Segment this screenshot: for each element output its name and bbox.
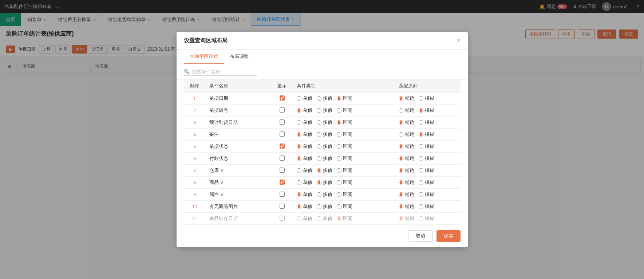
match-radio-fuzzy[interactable]: 模糊: [419, 143, 434, 150]
radio-range[interactable]: 区间: [337, 107, 352, 114]
radio-input-multi[interactable]: [317, 192, 321, 197]
match-radio-input-exact[interactable]: [399, 132, 403, 137]
match-radio-input-fuzzy[interactable]: [419, 192, 423, 197]
match-radio-input-fuzzy[interactable]: [419, 108, 423, 113]
radio-single[interactable]: 单值: [297, 167, 312, 174]
radio-input-range[interactable]: [337, 216, 341, 221]
match-radio-input-fuzzy[interactable]: [419, 180, 423, 185]
match-radio-fuzzy[interactable]: 模糊: [419, 107, 434, 114]
row-display-cell[interactable]: [271, 177, 293, 189]
match-radio-input-exact[interactable]: [399, 156, 403, 161]
radio-input-multi[interactable]: [317, 120, 321, 125]
radio-single[interactable]: 单值: [297, 191, 312, 198]
row-display-cell[interactable]: [271, 189, 293, 201]
radio-input-single[interactable]: [297, 156, 301, 161]
radio-input-multi[interactable]: [317, 204, 321, 209]
tab-layout-adjust[interactable]: 布局调整: [224, 50, 254, 64]
display-checkbox[interactable]: [280, 156, 285, 161]
radio-single[interactable]: 单值: [297, 107, 312, 114]
match-radio-input-exact[interactable]: [399, 96, 403, 101]
radio-range[interactable]: 区间: [337, 167, 352, 174]
radio-input-range[interactable]: [337, 144, 341, 149]
save-button[interactable]: 保存: [436, 230, 461, 242]
match-radio-exact[interactable]: 精确: [399, 215, 414, 222]
cancel-button[interactable]: 取消: [408, 230, 433, 242]
match-radio-input-exact[interactable]: [399, 192, 403, 197]
match-radio-exact[interactable]: 精确: [399, 155, 414, 162]
radio-input-single[interactable]: [297, 144, 301, 149]
match-radio-exact[interactable]: 精确: [399, 167, 414, 174]
match-radio-exact[interactable]: 精确: [399, 143, 414, 150]
radio-multi[interactable]: 多值: [317, 155, 332, 162]
match-radio-fuzzy[interactable]: 模糊: [419, 155, 434, 162]
display-checkbox[interactable]: [280, 168, 285, 173]
radio-input-multi[interactable]: [317, 144, 321, 149]
row-display-cell[interactable]: [271, 93, 293, 105]
radio-input-multi[interactable]: [317, 180, 321, 185]
radio-multi[interactable]: 多值: [317, 119, 332, 126]
display-checkbox[interactable]: [280, 107, 285, 113]
radio-single[interactable]: 单值: [297, 95, 312, 102]
match-radio-input-fuzzy[interactable]: [419, 132, 423, 137]
row-display-cell[interactable]: [271, 129, 293, 141]
radio-input-single[interactable]: [297, 96, 301, 101]
radio-range[interactable]: 区间: [337, 179, 352, 186]
match-radio-fuzzy[interactable]: 模糊: [419, 119, 434, 126]
radio-range[interactable]: 区间: [337, 203, 352, 210]
radio-input-multi[interactable]: [317, 108, 321, 113]
match-radio-input-fuzzy[interactable]: [419, 204, 423, 209]
row-display-cell[interactable]: [271, 153, 293, 165]
match-radio-input-fuzzy[interactable]: [419, 216, 423, 221]
match-radio-exact[interactable]: 精确: [399, 203, 414, 210]
radio-multi[interactable]: 多值: [317, 191, 332, 198]
match-radio-input-exact[interactable]: [399, 120, 403, 125]
radio-range[interactable]: 区间: [337, 215, 352, 222]
match-radio-exact[interactable]: 精确: [399, 179, 414, 186]
radio-range[interactable]: 区间: [337, 95, 352, 102]
match-radio-exact[interactable]: 精确: [399, 131, 414, 138]
radio-multi[interactable]: 多值: [317, 203, 332, 210]
radio-input-range[interactable]: [337, 192, 341, 197]
match-radio-exact[interactable]: 精确: [399, 95, 414, 102]
modal-close-button[interactable]: ×: [457, 38, 461, 44]
match-radio-input-fuzzy[interactable]: [419, 96, 423, 101]
radio-input-single[interactable]: [297, 216, 301, 221]
radio-single[interactable]: 单值: [297, 131, 312, 138]
radio-input-single[interactable]: [297, 204, 301, 209]
display-checkbox[interactable]: [280, 180, 285, 185]
radio-range[interactable]: 区间: [337, 119, 352, 126]
row-display-cell[interactable]: [271, 201, 293, 213]
display-checkbox[interactable]: [280, 131, 285, 137]
radio-range[interactable]: 区间: [337, 155, 352, 162]
match-radio-input-fuzzy[interactable]: [419, 120, 423, 125]
radio-input-single[interactable]: [297, 180, 301, 185]
radio-single[interactable]: 单值: [297, 179, 312, 186]
radio-multi[interactable]: 多值: [317, 215, 332, 222]
search-input[interactable]: [192, 68, 257, 75]
match-radio-input-exact[interactable]: [399, 180, 403, 185]
row-display-cell[interactable]: [271, 213, 293, 225]
match-radio-exact[interactable]: 精确: [399, 119, 414, 126]
radio-input-single[interactable]: [297, 108, 301, 113]
display-checkbox[interactable]: [280, 95, 285, 101]
radio-multi[interactable]: 多值: [317, 107, 332, 114]
radio-input-range[interactable]: [337, 108, 341, 113]
radio-input-single[interactable]: [297, 192, 301, 197]
radio-input-range[interactable]: [337, 132, 341, 137]
radio-input-multi[interactable]: [317, 216, 321, 221]
match-radio-input-fuzzy[interactable]: [419, 156, 423, 161]
match-radio-fuzzy[interactable]: 模糊: [419, 167, 434, 174]
match-radio-input-exact[interactable]: [399, 168, 403, 173]
display-checkbox[interactable]: [280, 192, 285, 197]
radio-multi[interactable]: 多值: [317, 95, 332, 102]
radio-input-range[interactable]: [337, 96, 341, 101]
display-checkbox[interactable]: [280, 119, 285, 125]
row-display-cell[interactable]: [271, 141, 293, 153]
tab-query-fields[interactable]: 查询字段设置: [184, 50, 224, 64]
radio-single[interactable]: 单值: [297, 119, 312, 126]
match-radio-input-exact[interactable]: [399, 204, 403, 209]
match-radio-fuzzy[interactable]: 模糊: [419, 131, 434, 138]
radio-multi[interactable]: 多值: [317, 167, 332, 174]
match-radio-input-fuzzy[interactable]: [419, 168, 423, 173]
radio-single[interactable]: 单值: [297, 215, 312, 222]
